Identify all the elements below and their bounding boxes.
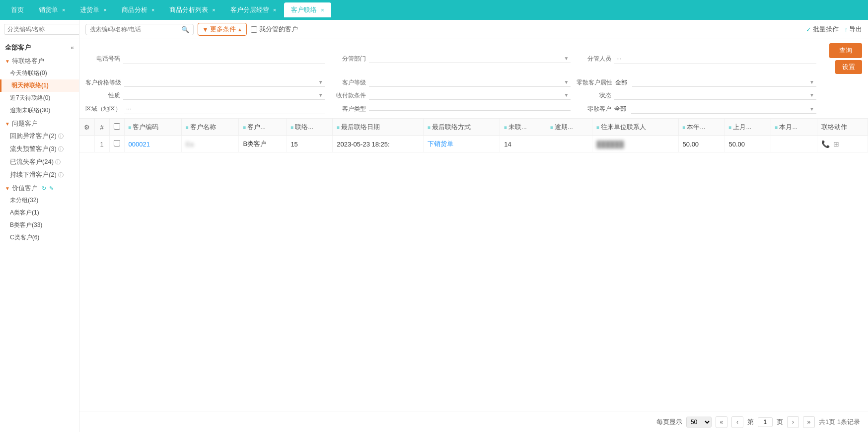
sidebar-item-class-c[interactable]: C类客户(6) bbox=[0, 231, 79, 244]
sidebar-item-class-a[interactable]: A类客户(1) bbox=[0, 207, 79, 219]
chevron-down-icon7: ▼ bbox=[809, 92, 814, 98]
table-area: ⚙ # ≡客户编码 ≡客户名称 ≡客户... ≡联络... ≡最后联络日期 ≡最… bbox=[79, 119, 868, 412]
main-search-input[interactable] bbox=[90, 26, 179, 33]
col-overdue: ≡逾期... bbox=[546, 119, 592, 136]
sidebar-item-lost-risk[interactable]: 流失预警客户(3) ⓘ bbox=[0, 143, 79, 155]
per-page-label: 每页显示 bbox=[656, 418, 682, 427]
filter-retail-customer-select[interactable]: ▼ bbox=[631, 105, 816, 114]
chevron-down-icon5: ▼ bbox=[318, 92, 323, 98]
col-last-contact-method: ≡最后联络方式 bbox=[424, 119, 500, 136]
export-icon: ↑ bbox=[845, 26, 848, 33]
col-num: # bbox=[94, 119, 109, 136]
nav-product-analysis-list[interactable]: 商品分析列表 × bbox=[162, 2, 222, 17]
filter-customer-type: 客户类型 bbox=[331, 105, 571, 113]
row-overdue bbox=[546, 136, 592, 152]
close-customer-segment[interactable]: × bbox=[273, 7, 276, 13]
sidebar-item-repurchase-abnormal[interactable]: 回购异常客户(2) ⓘ bbox=[0, 130, 79, 143]
nav-home[interactable]: 首页 bbox=[4, 2, 31, 17]
row-not-contacted: 14 bbox=[500, 136, 546, 152]
next-page-btn[interactable]: › bbox=[787, 416, 799, 428]
sidebar-item-today[interactable]: 今天待联络(0) bbox=[0, 67, 79, 79]
row-unit-contact: ██████ bbox=[592, 136, 678, 152]
filter-status-label: 状态 bbox=[577, 91, 611, 100]
pagination: 每页显示 50 100 « ‹ 第 页 › » 共1页 1条记录 bbox=[79, 412, 868, 432]
filter-phone-input[interactable] bbox=[123, 54, 325, 64]
ellipsis-icon[interactable]: ··· bbox=[616, 55, 621, 62]
filter-phone-label: 电话号码 bbox=[85, 55, 120, 63]
filter-payment: 收付款条件 ▼ bbox=[331, 91, 571, 100]
filter-payment-select[interactable]: ▼ bbox=[369, 91, 571, 100]
query-button[interactable]: 查询 bbox=[829, 43, 862, 58]
sidebar-item-lost[interactable]: 已流失客户(24) ⓘ bbox=[0, 155, 79, 168]
filter-region: 区域（地区） ··· bbox=[85, 104, 325, 114]
settings-button[interactable]: 设置 bbox=[835, 60, 862, 74]
sidebar-collapse-icon[interactable]: « bbox=[71, 44, 74, 51]
last-page-btn[interactable]: » bbox=[803, 416, 815, 428]
toolbar-right: ✓ 批量操作 ↑ 导出 bbox=[806, 25, 863, 34]
filter-retail-attr-select[interactable]: ▼ bbox=[632, 78, 816, 87]
close-customer-contact[interactable]: × bbox=[321, 7, 324, 13]
filter-division-person-select[interactable]: ··· bbox=[614, 54, 816, 64]
table-header-row: ⚙ # ≡客户编码 ≡客户名称 ≡客户... ≡联络... ≡最后联络日期 ≡最… bbox=[79, 119, 868, 136]
per-page-select[interactable]: 50 100 bbox=[686, 417, 712, 428]
main-search-icon[interactable]: 🔍 bbox=[181, 26, 189, 33]
sidebar: 🔍 全部客户 « ▼ 待联络客户 今天待联络(0) 明天待联络(1) 近7天待联… bbox=[0, 20, 79, 432]
col-this-year: ≡本年... bbox=[678, 119, 724, 136]
close-sales-order[interactable]: × bbox=[62, 7, 65, 13]
filter-customer-type-select[interactable] bbox=[369, 107, 571, 111]
filter-icon: ▼ bbox=[202, 26, 209, 33]
retail-attr-value: 全部 bbox=[615, 78, 627, 87]
search-box: 🔍 bbox=[85, 24, 194, 35]
retail-customer-value: 全部 bbox=[614, 105, 626, 113]
page-number-input[interactable] bbox=[758, 417, 773, 427]
sidebar-item-7days[interactable]: 近7天待联络(0) bbox=[0, 92, 79, 104]
sidebar-item-continuous-decline[interactable]: 持续下滑客户(2) ⓘ bbox=[0, 168, 79, 181]
select-all-checkbox[interactable] bbox=[114, 123, 120, 130]
batch-ops-btn[interactable]: ✓ 批量操作 bbox=[806, 25, 839, 34]
filter-more-btn[interactable]: ▼ 更多条件 ▲ bbox=[198, 23, 247, 36]
sidebar-search-area: 🔍 bbox=[0, 20, 79, 39]
sidebar-item-tomorrow[interactable]: 明天待联络(1) bbox=[0, 79, 79, 92]
filter-status-select[interactable]: ▼ bbox=[614, 91, 816, 100]
row-code[interactable]: 000021 bbox=[124, 136, 181, 152]
export-btn[interactable]: ↑ 导出 bbox=[845, 25, 863, 34]
close-purchase-order[interactable]: × bbox=[103, 7, 106, 13]
filter-price-level: 客户价格等级 ▼ bbox=[85, 78, 325, 87]
sidebar-search-input[interactable] bbox=[4, 24, 79, 35]
sidebar-item-class-b[interactable]: B类客户(33) bbox=[0, 219, 79, 231]
contact-phone-icon[interactable]: 📞 bbox=[821, 140, 830, 148]
filter-customer-level-label: 客户等级 bbox=[331, 78, 366, 87]
close-product-analysis-list[interactable]: × bbox=[212, 7, 215, 13]
nav-sales-order[interactable]: 销货单 × bbox=[32, 2, 72, 17]
close-product-analysis[interactable]: × bbox=[151, 7, 154, 13]
row-checkbox bbox=[109, 136, 124, 152]
first-page-btn[interactable]: « bbox=[716, 416, 727, 428]
contact-more-icon[interactable]: ⊞ bbox=[833, 140, 839, 148]
nav-purchase-order[interactable]: 进货单 × bbox=[73, 2, 113, 17]
filter-customer-level-select[interactable]: ▼ bbox=[369, 78, 571, 87]
filter-gender-select[interactable]: ▼ bbox=[123, 91, 325, 100]
row-select-checkbox[interactable] bbox=[114, 140, 120, 146]
my-customer-checkbox[interactable] bbox=[251, 26, 257, 33]
nav-customer-segment[interactable]: 客户分层经营 × bbox=[223, 2, 283, 17]
sidebar-item-unclassified[interactable]: 未分组(32) bbox=[0, 194, 79, 207]
col-settings[interactable]: ⚙ bbox=[79, 119, 94, 136]
filter-row-3: 性质 ▼ 收付款条件 ▼ 状态 ▼ bbox=[85, 91, 862, 100]
filter-region-select[interactable]: ··· bbox=[124, 104, 325, 114]
row-category: B类客户 bbox=[239, 136, 287, 152]
filter-division-dept-select[interactable]: ▼ bbox=[369, 54, 571, 63]
col-checkbox bbox=[109, 119, 124, 136]
row-last-contact-method[interactable]: 下销货单 bbox=[424, 136, 500, 152]
my-customer-checkbox-area[interactable]: 我分管的客户 bbox=[251, 25, 298, 34]
nav-product-analysis[interactable]: 商品分析 × bbox=[115, 2, 161, 17]
batch-ops-icon: ✓ bbox=[806, 26, 811, 33]
sidebar-item-overdue[interactable]: 逾期未联络(30) bbox=[0, 104, 79, 117]
table-row: 1 000021 Ea B类客户 15 2023-05-23 18:25: 下销… bbox=[79, 136, 868, 152]
value-refresh-icon[interactable]: ↻ bbox=[42, 185, 46, 192]
prev-page-btn[interactable]: ‹ bbox=[731, 416, 743, 428]
filter-price-level-select[interactable]: ▼ bbox=[124, 78, 325, 87]
value-edit-icon[interactable]: ✎ bbox=[49, 185, 54, 192]
ellipsis-icon2[interactable]: ··· bbox=[126, 105, 131, 112]
nav-customer-contact[interactable]: 客户联络 × bbox=[284, 2, 331, 17]
row-name[interactable]: Ea bbox=[181, 136, 238, 152]
